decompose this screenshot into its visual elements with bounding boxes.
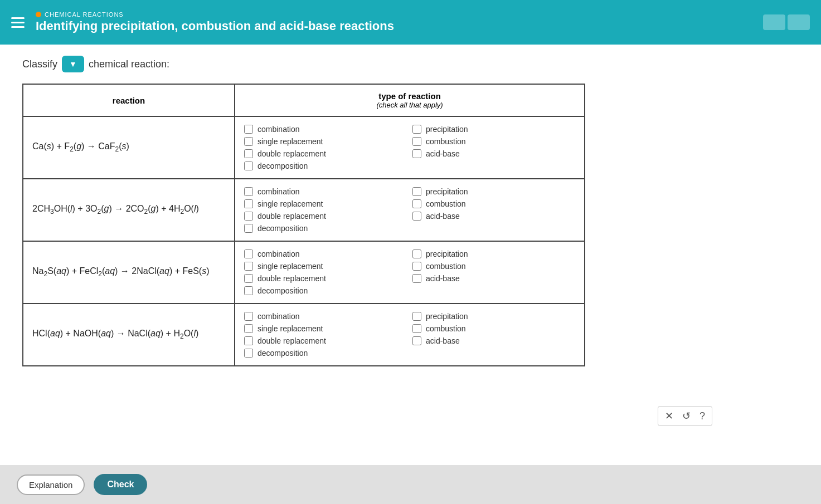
checkbox-single-replacement-row2[interactable] bbox=[244, 199, 253, 208]
help-icon[interactable]: ? bbox=[699, 410, 705, 422]
option-precipitation-row4: precipitation bbox=[412, 312, 575, 321]
checkbox-decomposition-row4[interactable] bbox=[244, 349, 253, 358]
checkbox-combination-row3[interactable] bbox=[244, 249, 253, 258]
undo-icon[interactable]: ↺ bbox=[682, 410, 691, 422]
header-btn-2[interactable] bbox=[788, 14, 810, 30]
checkbox-combination-row4[interactable] bbox=[244, 312, 253, 321]
options-cell-3: combinationprecipitationsingle replaceme… bbox=[235, 241, 585, 304]
options-cell-4: combinationprecipitationsingle replaceme… bbox=[235, 304, 585, 366]
checkbox-combustion-row2[interactable] bbox=[412, 199, 421, 208]
option-precipitation-row1: precipitation bbox=[412, 125, 575, 134]
reaction-cell-4: HCl(aq) + NaOH(aq) → NaCl(aq) + H2O(l) bbox=[23, 304, 235, 366]
option-combustion-row4: combustion bbox=[412, 324, 575, 333]
option-decomposition-row4: decomposition bbox=[244, 349, 407, 358]
checkbox-combination-row2[interactable] bbox=[244, 187, 253, 196]
checkbox-single-replacement-row1[interactable] bbox=[244, 137, 253, 146]
option-acid-base-row4: acid-base bbox=[412, 336, 575, 345]
checkbox-combination-row1[interactable] bbox=[244, 125, 253, 134]
checkbox-double-replacement-row2[interactable] bbox=[244, 212, 253, 221]
option-combination-row2: combination bbox=[244, 187, 407, 196]
col-type-header: type of reaction (check all that apply) bbox=[235, 84, 585, 116]
option-combustion-row2: combustion bbox=[412, 199, 575, 208]
page-title: Identifying precipitation, combustion an… bbox=[36, 19, 394, 33]
option-decomposition-row2: decomposition bbox=[244, 224, 407, 233]
bottom-icons-bar: ✕ ↺ ? bbox=[658, 406, 712, 426]
option-precipitation-row3: precipitation bbox=[412, 249, 575, 258]
option-double-replacement-row2: double replacement bbox=[244, 212, 407, 221]
option-combination-row4: combination bbox=[244, 312, 407, 321]
reaction-cell-3: Na2S(aq) + FeCl2(aq) → 2NaCl(aq) + FeS(s… bbox=[23, 241, 235, 304]
checkbox-single-replacement-row4[interactable] bbox=[244, 324, 253, 333]
reaction-table: reaction type of reaction (check all tha… bbox=[22, 84, 585, 366]
classify-prefix: Classify bbox=[22, 58, 57, 70]
option-acid-base-row1: acid-base bbox=[412, 149, 575, 158]
option-acid-base-row3: acid-base bbox=[412, 274, 575, 283]
option-double-replacement-row1: double replacement bbox=[244, 149, 407, 158]
checkbox-acid-base-row1[interactable] bbox=[412, 149, 421, 158]
option-combination-row3: combination bbox=[244, 249, 407, 258]
checkbox-decomposition-row3[interactable] bbox=[244, 286, 253, 295]
checkbox-acid-base-row2[interactable] bbox=[412, 212, 421, 221]
header-btn-1[interactable] bbox=[763, 14, 785, 30]
col-reaction-header: reaction bbox=[23, 84, 235, 116]
check-button[interactable]: Check bbox=[94, 474, 147, 495]
checkbox-combustion-row4[interactable] bbox=[412, 324, 421, 333]
reaction-cell-2: 2CH3OH(l) + 3O2(g) → 2CO2(g) + 4H2O(l) bbox=[23, 179, 235, 241]
options-grid-1: combinationprecipitationsingle replaceme… bbox=[244, 125, 575, 170]
close-icon[interactable]: ✕ bbox=[665, 410, 673, 422]
option-combustion-row3: combustion bbox=[412, 262, 575, 271]
options-grid-3: combinationprecipitationsingle replaceme… bbox=[244, 249, 575, 295]
checkbox-precipitation-row4[interactable] bbox=[412, 312, 421, 321]
checkbox-double-replacement-row4[interactable] bbox=[244, 336, 253, 345]
option-single-replacement-row2: single replacement bbox=[244, 199, 407, 208]
option-decomposition-row3: decomposition bbox=[244, 286, 407, 295]
checkbox-combustion-row1[interactable] bbox=[412, 137, 421, 146]
option-double-replacement-row3: double replacement bbox=[244, 274, 407, 283]
option-double-replacement-row4: double replacement bbox=[244, 336, 407, 345]
checkbox-double-replacement-row1[interactable] bbox=[244, 149, 253, 158]
header-subtitle: CHEMICAL REACTIONS bbox=[36, 11, 394, 18]
option-single-replacement-row1: single replacement bbox=[244, 137, 407, 146]
header-left: CHEMICAL REACTIONS Identifying precipita… bbox=[11, 11, 394, 33]
option-combination-row1: combination bbox=[244, 125, 407, 134]
option-acid-base-row2: acid-base bbox=[412, 212, 575, 221]
options-cell-1: combinationprecipitationsingle replaceme… bbox=[235, 116, 585, 179]
checkbox-decomposition-row1[interactable] bbox=[244, 162, 253, 170]
checkbox-acid-base-row3[interactable] bbox=[412, 274, 421, 283]
checkbox-single-replacement-row3[interactable] bbox=[244, 262, 253, 271]
header-title-area: CHEMICAL REACTIONS Identifying precipita… bbox=[36, 11, 394, 33]
option-decomposition-row1: decomposition bbox=[244, 162, 407, 170]
option-precipitation-row2: precipitation bbox=[412, 187, 575, 196]
option-single-replacement-row4: single replacement bbox=[244, 324, 407, 333]
course-label: CHEMICAL REACTIONS bbox=[45, 11, 124, 18]
classify-suffix: chemical reaction: bbox=[89, 58, 169, 70]
header-right bbox=[763, 14, 810, 30]
checkbox-precipitation-row1[interactable] bbox=[412, 125, 421, 134]
checkbox-precipitation-row2[interactable] bbox=[412, 187, 421, 196]
options-grid-4: combinationprecipitationsingle replaceme… bbox=[244, 312, 575, 358]
main-content: Classify ▼ chemical reaction: reaction t… bbox=[0, 45, 821, 468]
explanation-button[interactable]: Explanation bbox=[17, 474, 85, 495]
chevron-down-icon: ▼ bbox=[69, 60, 77, 68]
header: CHEMICAL REACTIONS Identifying precipita… bbox=[0, 0, 821, 45]
reaction-cell-1: Ca(s) + F2(g) → CaF2(s) bbox=[23, 116, 235, 179]
hamburger-menu[interactable] bbox=[11, 17, 25, 28]
option-combustion-row1: combustion bbox=[412, 137, 575, 146]
checkbox-acid-base-row4[interactable] bbox=[412, 336, 421, 345]
options-cell-2: combinationprecipitationsingle replaceme… bbox=[235, 179, 585, 241]
checkbox-combustion-row3[interactable] bbox=[412, 262, 421, 271]
classify-row: Classify ▼ chemical reaction: bbox=[22, 56, 799, 72]
checkbox-double-replacement-row3[interactable] bbox=[244, 274, 253, 283]
orange-dot-icon bbox=[36, 12, 41, 17]
action-bar: Explanation Check bbox=[0, 465, 821, 504]
options-grid-2: combinationprecipitationsingle replaceme… bbox=[244, 187, 575, 233]
checkbox-precipitation-row3[interactable] bbox=[412, 249, 421, 258]
option-single-replacement-row3: single replacement bbox=[244, 262, 407, 271]
checkbox-decomposition-row2[interactable] bbox=[244, 224, 253, 233]
dropdown-button[interactable]: ▼ bbox=[62, 56, 84, 72]
